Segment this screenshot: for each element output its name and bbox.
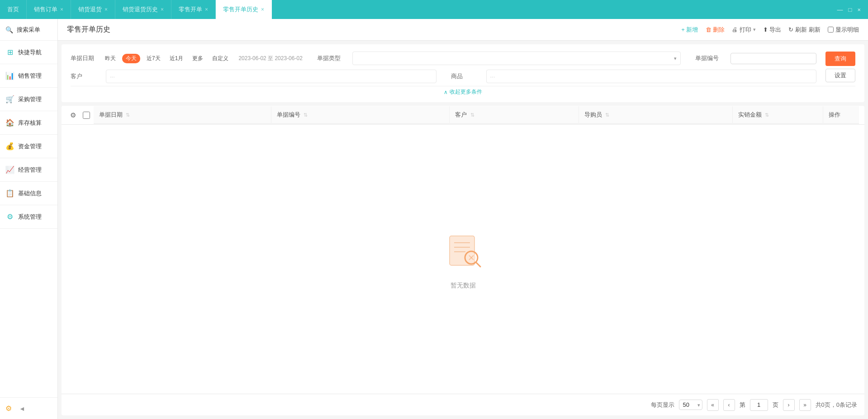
tab-sales-return-label: 销货退货 — [78, 5, 102, 14]
col-amount-sort-icon[interactable]: ⇅ — [765, 112, 769, 118]
date-btn-yesterday[interactable]: 昨天 — [102, 54, 119, 63]
table-select-all-checkbox[interactable] — [83, 112, 90, 119]
search-icon: 🔍 — [5, 26, 13, 33]
date-btn-custom[interactable]: 自定义 — [209, 54, 231, 63]
date-range-text: 2023-06-02 至 2023-06-02 — [238, 55, 302, 62]
tab-sales-return[interactable]: 销货退货 × — [71, 0, 115, 19]
window-minimize[interactable]: — — [837, 6, 843, 13]
export-button-label: ⬆ 导出 — [763, 26, 782, 34]
table-header-row: 单据日期 ⇅ 单据编号 ⇅ 客户 ⇅ — [94, 106, 859, 124]
sidebar-item-sys-mgmt[interactable]: ⚙ 系统管理 — [0, 205, 57, 229]
date-btn-7days[interactable]: 近7天 — [144, 54, 163, 63]
col-customer-sort-icon[interactable]: ⇅ — [470, 112, 474, 118]
filter-number-input[interactable] — [730, 53, 816, 64]
col-action-label: 操作 — [829, 111, 840, 118]
per-page-label: 每页显示 — [651, 401, 674, 409]
tab-retail-open-history-close[interactable]: × — [261, 6, 264, 13]
display-detail-toggle[interactable]: 显示明细 — [828, 26, 859, 34]
table-settings-icon[interactable]: ⚙ — [67, 109, 79, 122]
tab-sales-order-label: 销售订单 — [34, 5, 57, 14]
col-date: 单据日期 ⇅ — [94, 106, 271, 124]
date-btn-1month[interactable]: 近1月 — [167, 54, 186, 63]
filter-row-customer: 客户 ··· 商品 ··· — [71, 70, 816, 83]
filter-goods-input[interactable]: ··· — [486, 70, 817, 83]
sidebar-item-inventory[interactable]: 🏠 库存核算 — [0, 111, 57, 135]
page-header-actions: + 新增 🗑 删除 🖨 打印 ▾ ⬆ 导出 ↻ 刷新 刷新 — [681, 26, 859, 34]
last-page-button[interactable]: » — [799, 399, 811, 411]
refresh-text: 刷新 — [809, 26, 821, 34]
tab-retail-open[interactable]: 零售开单 × — [171, 0, 216, 19]
sidebar-item-quick-nav[interactable]: ⊞ 快捷导航 — [0, 41, 57, 64]
window-close[interactable]: × — [857, 6, 861, 13]
query-button[interactable]: 查询 — [825, 52, 855, 66]
filter-area: 单据日期 昨天 今天 近7天 近1月 更多 自定义 2023-06-02 至 2… — [62, 44, 864, 102]
date-btn-today[interactable]: 今天 — [122, 54, 140, 63]
delete-button-label: 🗑 删除 — [706, 26, 725, 34]
print-button[interactable]: 🖨 打印 ▾ — [732, 26, 756, 34]
sidebar-item-purchase-mgmt[interactable]: 🛒 采购管理 — [0, 88, 57, 111]
pagination-bar: 每页显示 10 20 50 100 « ‹ 第 页 › » 共0页，0条记录 — [62, 394, 864, 415]
table-content: 暂无数据 — [62, 125, 864, 394]
add-button[interactable]: + 新增 — [681, 26, 698, 34]
col-guide-sort-icon[interactable]: ⇅ — [605, 112, 609, 118]
display-detail-label: 显示明细 — [835, 26, 859, 34]
tab-retail-open-history[interactable]: 零售开单历史 × — [216, 0, 272, 19]
sales-mgmt-icon: 📊 — [5, 71, 14, 80]
sidebar-item-base-info-label: 基础信息 — [18, 189, 42, 198]
inventory-icon: 🏠 — [5, 118, 14, 127]
page-header: 零售开单历史 + 新增 🗑 删除 🖨 打印 ▾ ⬆ 导出 ↻ 刷新 刷新 — [58, 19, 868, 41]
sidebar-collapse-icon[interactable]: ◄ — [19, 405, 25, 412]
settings-icon[interactable]: ⚙ — [5, 404, 12, 413]
tab-sales-order-close[interactable]: × — [60, 6, 63, 13]
filter-number-label: 单据编号 — [695, 54, 727, 62]
sidebar-search[interactable]: 🔍 搜索采单 — [0, 19, 57, 41]
page-total: 共0页，0条记录 — [816, 401, 857, 409]
filter-goods-label: 商品 — [451, 72, 483, 80]
sidebar-item-base-info[interactable]: 📋 基础信息 — [0, 182, 57, 205]
col-date-sort-icon[interactable]: ⇅ — [126, 112, 130, 118]
filter-type-select[interactable]: ▾ — [352, 52, 681, 65]
sidebar-item-quick-nav-label: 快捷导航 — [18, 48, 42, 56]
tab-retail-open-label: 零售开单 — [179, 5, 202, 14]
add-button-label: + 新增 — [681, 26, 698, 34]
per-page-select[interactable]: 10 20 50 100 — [679, 400, 702, 410]
first-page-button[interactable]: « — [707, 399, 719, 411]
export-button[interactable]: ⬆ 导出 — [763, 26, 782, 34]
col-number-sort-icon[interactable]: ⇅ — [304, 112, 308, 118]
sidebar-item-ops[interactable]: 📈 经营管理 — [0, 158, 57, 182]
sidebar-bottom: ⚙ ◄ — [0, 397, 57, 419]
col-customer-label: 客户 — [455, 111, 467, 118]
tab-retail-open-close[interactable]: × — [205, 6, 208, 13]
sidebar-item-finance[interactable]: 💰 资金管理 — [0, 135, 57, 158]
page-number-input[interactable] — [750, 399, 768, 411]
tab-sales-return-history[interactable]: 销货退货历史 × — [115, 0, 171, 19]
col-action: 操作 — [823, 106, 859, 124]
date-filters: 昨天 今天 近7天 近1月 更多 自定义 2023-06-02 至 2023-0… — [102, 54, 303, 63]
sidebar-item-sales-label: 销售管理 — [18, 72, 42, 80]
customer-dots: ··· — [110, 73, 115, 80]
window-maximize[interactable]: □ — [849, 6, 852, 13]
tab-sales-return-close[interactable]: × — [104, 6, 108, 13]
col-amount-label: 实销金额 — [738, 111, 762, 118]
sidebar: 🔍 搜索采单 ⊞ 快捷导航 📊 销售管理 🛒 采购管理 🏠 库存核算 💰 资金管… — [0, 19, 58, 419]
delete-button[interactable]: 🗑 删除 — [706, 26, 725, 34]
svg-line-6 — [476, 262, 480, 267]
display-detail-checkbox[interactable] — [828, 27, 834, 33]
tab-home[interactable]: 首页 — [0, 0, 27, 19]
tab-sales-order[interactable]: 销售订单 × — [27, 0, 71, 19]
filter-customer-input[interactable]: ··· — [106, 70, 436, 83]
sidebar-item-sales-mgmt[interactable]: 📊 销售管理 — [0, 64, 57, 88]
prev-page-button[interactable]: ‹ — [723, 399, 735, 411]
main-layout: 🔍 搜索采单 ⊞ 快捷导航 📊 销售管理 🛒 采购管理 🏠 库存核算 💰 资金管… — [0, 19, 868, 419]
collapse-bar[interactable]: ∧ 收起更多条件 — [71, 86, 855, 98]
next-page-button[interactable]: › — [783, 399, 795, 411]
refresh-button[interactable]: ↻ 刷新 刷新 — [788, 26, 821, 34]
tab-sales-return-history-label: 销货退货历史 — [123, 5, 158, 14]
col-number-label: 单据编号 — [277, 111, 300, 118]
col-customer: 客户 ⇅ — [450, 106, 579, 124]
setting-button[interactable]: 设置 — [825, 69, 855, 82]
date-btn-more[interactable]: 更多 — [190, 54, 206, 63]
collapse-label: 收起更多条件 — [450, 88, 482, 96]
search-label: 搜索采单 — [17, 26, 40, 34]
tab-sales-return-history-close[interactable]: × — [161, 6, 164, 13]
